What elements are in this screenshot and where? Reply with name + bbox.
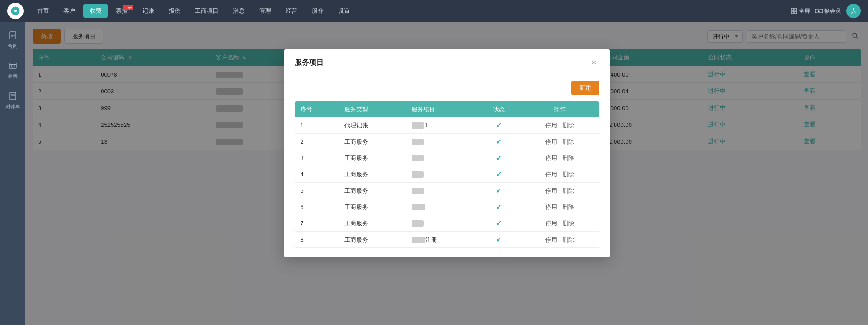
- new-badge: new: [123, 5, 133, 10]
- svg-rect-5: [815, 9, 823, 13]
- nav-bookkeeping[interactable]: 记账: [136, 4, 160, 18]
- modal-cell-action[interactable]: 停用 删除: [521, 232, 599, 248]
- delete-button[interactable]: 删除: [563, 187, 574, 194]
- service-items-table: 序号 服务类型 服务项目 状态 操作 1 代理记账 1 ✔ 停: [295, 101, 599, 248]
- modal-cell-action[interactable]: 停用 删除: [521, 166, 599, 183]
- sidebar-label-statement: 对账单: [5, 103, 20, 110]
- delete-button[interactable]: 删除: [563, 138, 574, 145]
- nav-client[interactable]: 客户: [57, 4, 82, 18]
- sidebar-item-statement[interactable]: 对账单: [0, 86, 25, 115]
- delete-button[interactable]: 删除: [563, 155, 574, 161]
- modal-cell-seq: 4: [295, 166, 339, 183]
- modal-cell-item: [406, 166, 477, 183]
- status-check-icon: ✔: [496, 138, 502, 146]
- service-items-modal: 服务项目 × 新建 序号 服务类型 服务项目: [284, 49, 610, 257]
- nav-right-actions: 全屏 畅会员 人: [791, 4, 861, 18]
- stop-button[interactable]: 停用: [545, 220, 557, 227]
- stop-button[interactable]: 停用: [545, 122, 557, 129]
- statement-icon: [7, 91, 18, 102]
- modal-toolbar: 新建: [295, 81, 599, 95]
- status-check-icon: ✔: [496, 219, 502, 227]
- status-check-icon: ✔: [496, 187, 502, 194]
- modal-table-row: 5 工商服务 ✔ 停用 删除: [295, 183, 599, 199]
- stop-button[interactable]: 停用: [545, 236, 557, 243]
- modal-cell-type: 工商服务: [339, 183, 406, 199]
- sidebar-item-fee[interactable]: 收费: [0, 56, 25, 84]
- delete-button[interactable]: 删除: [563, 204, 574, 210]
- modal-cell-action[interactable]: 停用 删除: [521, 150, 599, 166]
- delete-button[interactable]: 删除: [563, 171, 574, 178]
- modal-cell-status: ✔: [477, 199, 521, 215]
- sidebar-label-contract: 合同: [8, 43, 18, 49]
- modal-cell-item: [406, 215, 477, 232]
- modal-cell-status: ✔: [477, 215, 521, 232]
- modal-table-row: 4 工商服务 ✔ 停用 删除: [295, 166, 599, 183]
- modal-cell-action[interactable]: 停用 删除: [521, 134, 599, 150]
- fullscreen-label: 全屏: [799, 7, 810, 15]
- modal-cell-seq: 5: [295, 183, 339, 199]
- nav-industry[interactable]: 工商项目: [189, 4, 225, 18]
- svg-rect-1: [791, 8, 794, 10]
- modal-cell-status: ✔: [477, 232, 521, 248]
- sidebar-item-contract[interactable]: 合同: [0, 25, 25, 54]
- modal-close-button[interactable]: ×: [589, 57, 599, 68]
- modal-cell-item: 1: [406, 117, 477, 134]
- nav-manage[interactable]: 管理: [253, 4, 277, 18]
- modal-cell-type: 工商服务: [339, 232, 406, 248]
- stop-button[interactable]: 停用: [545, 171, 557, 178]
- member-button[interactable]: 畅会员: [815, 7, 841, 15]
- modal-col-action: 操作: [521, 101, 599, 117]
- modal-table-row: 1 代理记账 1 ✔ 停用 删除: [295, 117, 599, 134]
- modal-cell-seq: 2: [295, 134, 339, 150]
- svg-rect-2: [795, 8, 797, 10]
- main-content-area: 新增 服务项目 进行中 已完成 已终止 全部: [25, 22, 868, 325]
- nav-tax[interactable]: 报税: [162, 4, 187, 18]
- status-check-icon: ✔: [496, 121, 502, 129]
- modal-new-button[interactable]: 新建: [571, 81, 599, 95]
- nav-home[interactable]: 首页: [31, 4, 55, 18]
- modal-table-container[interactable]: 序号 服务类型 服务项目 状态 操作 1 代理记账 1 ✔ 停: [295, 101, 599, 248]
- svg-rect-11: [9, 63, 16, 68]
- modal-cell-action[interactable]: 停用 删除: [521, 199, 599, 215]
- nav-service[interactable]: 服务: [305, 4, 330, 18]
- modal-col-seq: 序号: [295, 101, 339, 117]
- modal-cell-seq: 7: [295, 215, 339, 232]
- user-avatar[interactable]: 人: [846, 4, 861, 18]
- modal-header: 服务项目 ×: [284, 49, 610, 73]
- stop-button[interactable]: 停用: [545, 204, 557, 210]
- delete-button[interactable]: 删除: [563, 220, 574, 227]
- modal-overlay[interactable]: 服务项目 × 新建 序号 服务类型 服务项目: [25, 22, 868, 325]
- modal-cell-seq: 3: [295, 150, 339, 166]
- modal-cell-action[interactable]: 停用 删除: [521, 183, 599, 199]
- modal-cell-status: ✔: [477, 134, 521, 150]
- modal-title: 服务项目: [295, 58, 324, 68]
- modal-cell-item: [406, 134, 477, 150]
- status-check-icon: ✔: [496, 236, 502, 243]
- status-check-icon: ✔: [496, 154, 502, 162]
- stop-button[interactable]: 停用: [545, 138, 557, 145]
- modal-cell-item: 注册: [406, 232, 477, 248]
- stop-button[interactable]: 停用: [545, 155, 557, 161]
- modal-cell-status: ✔: [477, 166, 521, 183]
- fullscreen-button[interactable]: 全屏: [791, 7, 810, 15]
- svg-rect-4: [795, 11, 797, 14]
- modal-table-row: 3 工商服务 ✔ 停用 删除: [295, 150, 599, 166]
- modal-cell-type: 工商服务: [339, 199, 406, 215]
- nav-fee[interactable]: 收费: [83, 4, 108, 18]
- modal-col-status: 状态: [477, 101, 521, 117]
- nav-invoice[interactable]: 票据 new: [110, 4, 134, 18]
- modal-cell-status: ✔: [477, 150, 521, 166]
- modal-cell-action[interactable]: 停用 删除: [521, 117, 599, 134]
- sidebar-label-fee: 收费: [8, 73, 18, 80]
- nav-settings[interactable]: 设置: [332, 4, 356, 18]
- stop-button[interactable]: 停用: [545, 187, 557, 194]
- delete-button[interactable]: 删除: [563, 122, 574, 129]
- contract-icon: [7, 30, 18, 41]
- nav-operation[interactable]: 经营: [279, 4, 304, 18]
- modal-cell-type: 工商服务: [339, 166, 406, 183]
- delete-button[interactable]: 删除: [563, 236, 574, 243]
- app-logo[interactable]: [7, 3, 24, 19]
- modal-cell-action[interactable]: 停用 删除: [521, 215, 599, 232]
- nav-message[interactable]: 消息: [227, 4, 251, 18]
- modal-cell-status: ✔: [477, 183, 521, 199]
